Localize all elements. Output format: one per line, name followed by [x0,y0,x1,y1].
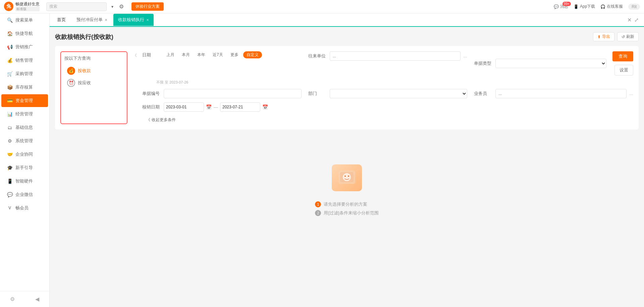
sidebar-collapse-icon[interactable]: ◀ [33,294,41,304]
app-download[interactable]: 📱 App下载 [574,4,595,9]
search-placeholder: 搜索 [49,4,57,9]
verify-date-end[interactable] [220,102,260,112]
unit-more-icon[interactable]: … [463,54,467,58]
brand-tag: 标准版 [15,7,40,11]
filter-action-col: 查询 设置 [612,51,633,75]
user-badge[interactable]: Rit [628,4,640,10]
docnum-input[interactable] [164,89,302,98]
empty-tips: 1 请先选择要分析的方案 2 用[过滤]条件来缩小分析范围 [315,201,378,219]
collapse-up-icon: 《 [146,117,150,123]
filter-collapse-btn[interactable]: 《 [131,51,138,60]
docnum-label: 单据编号 [142,91,161,97]
sidebar-item-hardware[interactable]: 📱 智能硬件 [1,175,48,188]
dept-select[interactable] [330,89,468,98]
close-window-icon[interactable]: ✕ [627,17,632,23]
sidebar-item-operation[interactable]: 📊 经营管理 [1,108,48,120]
message-badge[interactable]: 💬 消息 99+ [554,4,568,9]
sidebar-item-enterprise[interactable]: 🤝 企业协同 [1,148,48,161]
verify-date-label: 核销日期 [142,104,161,110]
empty-tip-1: 1 请先选择要分析的方案 [315,201,378,207]
unit-input[interactable] [330,51,461,61]
export-icon: ⬆ [597,35,601,39]
filter-staff-row: 业务员 … [474,89,633,98]
filter-panel: 按以下方查询 💰 按收款 ⏰ 按应收 《 [55,46,639,130]
sidebar-item-search-menu[interactable]: 🔍 搜索菜单 [1,14,48,27]
refresh-btn[interactable]: ↺ 刷新 [617,32,639,41]
page-body: 收款核销执行(按收款) ⬆ 导出 ↺ 刷新 按以下方查询 [50,27,644,307]
service-icon: 🎧 [600,4,605,9]
tab-home[interactable]: 首页 [52,14,70,26]
app-label: App下载 [580,4,595,9]
sidebar-item-weixin[interactable]: 💬 企业微信 [1,188,48,201]
sidebar-item-member[interactable]: V 畅会员 [1,202,48,214]
staff-label: 业务员 [474,91,493,97]
date-btn-7days[interactable]: 近7天 [210,51,226,58]
sidebar-label-sales: 销售管理 [15,57,33,63]
sidebar-label-member: 畅会员 [15,205,29,211]
sidebar-item-inventory[interactable]: 📦 库存核算 [1,81,48,94]
empty-tip-2: 2 用[过滤]条件来缩小分析范围 [315,210,378,216]
topbar: 兔 畅捷通好生意 标准版 搜索 ▾ ⚙ 休验行业方案 💬 消息 99+ 📱 Ap… [0,0,644,13]
sidebar-item-guide[interactable]: 🎓 新手引导 [1,161,48,174]
online-service[interactable]: 🎧 在线客服 [600,4,623,9]
industry-btn[interactable]: 休验行业方案 [131,2,164,11]
setting-btn[interactable]: 设置 [614,65,633,75]
date-btn-this-year[interactable]: 本年 [195,51,208,58]
sidebar-item-sales[interactable]: 💰 销售管理 [1,54,48,67]
weixin-icon: 💬 [7,192,13,197]
filter-option-by-receivable[interactable]: ⏰ 按应收 [64,77,123,89]
sidebar-label-purchase: 采购管理 [15,71,33,77]
operation-icon: 📊 [7,111,13,117]
more-conditions-btn[interactable]: 《 收起更多条件 [142,116,180,124]
verify-date-start-cal-icon[interactable]: 📅 [206,104,212,110]
home-icon: 🏠 [7,31,13,36]
date-label: 日期 [142,52,161,58]
date-btn-custom[interactable]: 自定义 [243,51,262,58]
gear-icon[interactable]: ⚙ [117,2,126,11]
member-icon: V [7,206,13,210]
date-btn-last-month[interactable]: 上月 [164,51,177,58]
search-input[interactable]: 搜索 [46,2,107,11]
expand-window-icon[interactable]: ⤢ [634,17,639,23]
staff-input[interactable] [495,89,627,98]
svg-point-3 [344,175,346,177]
tab-collect-label: 收款核销执行 [118,17,144,23]
topbar-right: 💬 消息 99+ 📱 App下载 🎧 在线客服 Rit [554,4,640,10]
sidebar-item-basic-info[interactable]: 🗂 基础信息 [1,121,48,134]
system-icon: ⚙ [7,138,13,144]
filter-option-by-receipt[interactable]: 💰 按收款 [64,65,123,77]
sidebar-item-marketing[interactable]: 📢 营销推广 [1,41,48,53]
tab-prepay-label: 预付冲应付单 [76,17,103,23]
sidebar-item-quick-nav[interactable]: 🏠 快捷导航 [1,27,48,40]
doctype-select[interactable] [495,59,606,68]
tab-prepay-close-icon[interactable]: ✕ [105,18,107,22]
sidebar-settings-icon[interactable]: ⚙ [8,294,17,304]
filter-panel-title: 按以下方查询 [64,55,123,61]
date-btn-more[interactable]: 更多 [228,51,241,58]
verify-date-start[interactable] [164,102,204,112]
purchase-icon: 🛒 [7,71,13,76]
message-count: 99+ [562,2,571,6]
export-btn[interactable]: ⬆ 导出 [593,32,614,41]
search-dropdown-icon[interactable]: ▾ [111,4,113,9]
service-label: 在线客服 [607,4,623,9]
staff-more-icon[interactable]: … [629,91,633,96]
by-receipt-icon: 💰 [67,67,75,75]
sidebar-bottom: ⚙ ◀ [0,291,49,307]
sidebar-item-finance[interactable]: 💳 资金管理 [1,94,48,107]
sidebar-label-basic-info: 基础信息 [15,124,33,131]
query-btn[interactable]: 查询 [612,51,633,61]
inventory-icon: 📦 [7,85,13,90]
filter-fields: 日期 上月 本月 本年 近7天 更多 自定义 [142,51,633,124]
by-receivable-icon: ⏰ [67,79,75,87]
sidebar-item-purchase[interactable]: 🛒 采购管理 [1,67,48,80]
date-btn-this-month[interactable]: 本月 [179,51,193,58]
tab-collect-offset[interactable]: 收款核销执行 ✕ [113,14,154,26]
tab-collect-close-icon[interactable]: ✕ [146,18,149,22]
sidebar-item-system[interactable]: ⚙ 系统管理 [1,135,48,147]
date-range-info: 不限 至 2023-07-26 [156,80,188,84]
verify-date-end-cal-icon[interactable]: 📅 [262,104,268,110]
sidebar-label-system: 系统管理 [15,138,33,144]
tab-prepay-offset[interactable]: 预付冲应付单 ✕ [72,14,112,26]
filter-date-row: 日期 上月 本月 本年 近7天 更多 自定义 [142,51,302,58]
